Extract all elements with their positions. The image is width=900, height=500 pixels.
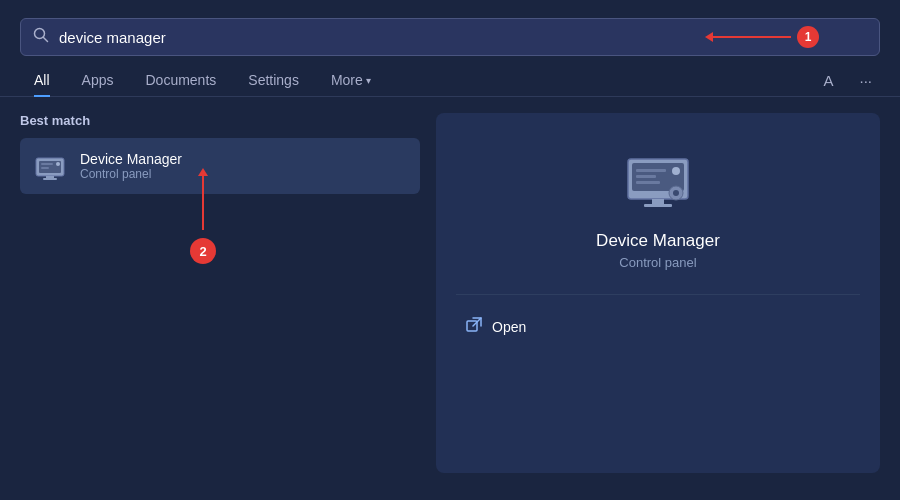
svg-point-13 bbox=[672, 167, 680, 175]
svg-point-6 bbox=[56, 162, 60, 166]
badge-2: 2 bbox=[190, 238, 216, 264]
annotation-1: 1 bbox=[711, 26, 819, 48]
detail-name: Device Manager bbox=[596, 231, 720, 251]
detail-subtitle: Control panel bbox=[619, 255, 696, 270]
result-icon bbox=[32, 148, 68, 184]
font-size-button[interactable]: A bbox=[815, 68, 841, 93]
tab-all[interactable]: All bbox=[20, 64, 64, 96]
tabs-row: All Apps Documents Settings More ▾ A ··· bbox=[0, 56, 900, 97]
svg-rect-8 bbox=[41, 167, 49, 169]
tab-apps[interactable]: Apps bbox=[68, 64, 128, 96]
open-button[interactable]: Open bbox=[456, 311, 536, 343]
left-panel: Best match Device Manager Control panel bbox=[20, 113, 420, 473]
result-subtitle: Control panel bbox=[80, 167, 182, 181]
right-panel: Device Manager Control panel Open bbox=[436, 113, 880, 473]
search-bar[interactable]: 1 bbox=[20, 18, 880, 56]
svg-rect-16 bbox=[636, 181, 660, 184]
svg-rect-15 bbox=[636, 175, 656, 178]
content-area: Best match Device Manager Control panel bbox=[0, 97, 900, 489]
more-options-button[interactable]: ··· bbox=[851, 68, 880, 93]
open-label: Open bbox=[492, 319, 526, 335]
annotation-2: 2 bbox=[190, 175, 216, 264]
divider bbox=[456, 294, 860, 295]
open-external-icon bbox=[466, 317, 482, 337]
result-text: Device Manager Control panel bbox=[80, 151, 182, 181]
svg-rect-12 bbox=[644, 204, 672, 207]
svg-point-18 bbox=[673, 190, 679, 196]
search-icon bbox=[33, 27, 49, 47]
best-match-label: Best match bbox=[20, 113, 420, 128]
svg-rect-14 bbox=[636, 169, 666, 172]
svg-line-1 bbox=[44, 38, 48, 42]
chevron-down-icon: ▾ bbox=[366, 75, 371, 86]
tabs-right: A ··· bbox=[815, 68, 880, 93]
tab-more[interactable]: More ▾ bbox=[317, 64, 385, 96]
result-name: Device Manager bbox=[80, 151, 182, 167]
badge-1: 1 bbox=[797, 26, 819, 48]
svg-rect-7 bbox=[41, 163, 53, 165]
tab-documents[interactable]: Documents bbox=[131, 64, 230, 96]
detail-icon bbox=[622, 143, 694, 215]
result-item[interactable]: Device Manager Control panel 2 bbox=[20, 138, 420, 194]
tab-settings[interactable]: Settings bbox=[234, 64, 313, 96]
svg-rect-5 bbox=[43, 178, 57, 180]
